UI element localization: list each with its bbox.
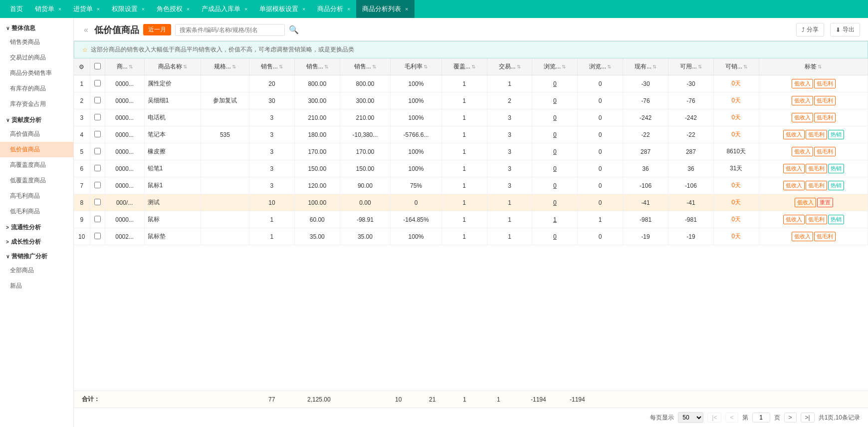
page-input[interactable] [752,413,770,423]
row-checkbox[interactable] [94,114,101,120]
sidebar-item-low-coverage[interactable]: 低覆盖度商品 [0,173,73,188]
cell-view1[interactable]: 0 [532,160,578,177]
cell-check[interactable] [90,160,105,177]
th-s3[interactable]: 销售...⇅ [340,58,391,75]
sidebar-group-liquidity[interactable]: >流通性分析 [0,219,73,234]
cell-view1[interactable]: 0 [532,109,578,126]
cell-check[interactable] [90,211,105,228]
close-icon[interactable]: × [347,6,350,12]
sidebar-group-general[interactable]: ∨整体信息 [0,20,73,34]
row-checkbox[interactable] [94,148,101,154]
row-checkbox[interactable] [94,182,101,188]
sidebar-collapse-btn[interactable]: « [82,25,90,34]
select-all-checkbox[interactable] [94,63,101,69]
prev-page-btn[interactable]: < [725,413,738,423]
search-icon-btn[interactable]: 🔍 [289,25,299,34]
per-page-select[interactable]: 50 100 200 [678,412,703,423]
sidebar-item-traded[interactable]: 交易过的商品 [0,50,73,65]
sidebar-item-in-stock[interactable]: 有库存的商品 [0,81,73,96]
th-view2[interactable]: 浏览...⇅ [578,58,623,75]
close-icon[interactable]: × [58,6,61,12]
cell-check[interactable] [90,143,105,160]
sidebar-item-new-products[interactable]: 新品 [0,278,73,294]
first-page-btn[interactable]: |< [707,413,721,423]
th-settings[interactable]: ⚙ [74,58,90,75]
cell-s1: 3 [249,177,295,194]
cell-view1[interactable]: 0 [532,126,578,143]
close-icon[interactable]: × [302,6,305,12]
last-page-btn[interactable]: >| [801,413,815,423]
th-view1[interactable]: 浏览...⇅ [532,58,578,75]
close-icon[interactable]: × [405,6,408,12]
row-checkbox[interactable] [94,165,101,171]
sidebar-item-category-sales[interactable]: 商品分类销售率 [0,65,73,81]
th-gross[interactable]: 毛利率⇅ [391,58,442,75]
th-checkbox[interactable] [90,58,105,75]
cell-view1[interactable]: 0 [532,143,578,160]
nav-roles[interactable]: 角色授权 × [151,0,196,18]
close-icon[interactable]: × [97,6,100,12]
cell-check[interactable] [90,109,105,126]
cell-check[interactable] [90,194,105,211]
sidebar-item-high-coverage[interactable]: 高覆盖度商品 [0,157,73,173]
row-checkbox[interactable] [94,216,101,222]
cell-view1[interactable]: 0 [532,228,578,245]
th-trade[interactable]: 交易...⇅ [487,58,532,75]
th-spec[interactable]: 规格...⇅ [201,58,249,75]
filter-btn[interactable]: 近一月 [143,24,171,35]
sidebar-group-growth[interactable]: >成长性分析 [0,234,73,248]
sidebar-item-sales-products[interactable]: 销售类商品 [0,34,73,50]
cell-check[interactable] [90,228,105,245]
close-icon[interactable]: × [244,6,247,12]
nav-inventory[interactable]: 产成品入库单 × [196,0,253,18]
nav-purchase[interactable]: 进货单 × [67,0,106,18]
row-checkbox[interactable] [94,131,101,137]
total-pages: 共1页,10条记录 [819,414,860,422]
cell-view1[interactable]: 0 [532,177,578,194]
cell-check[interactable] [90,92,105,109]
th-s1[interactable]: 销售...⇅ [249,58,295,75]
cell-view1[interactable]: 1 [532,211,578,228]
sidebar-item-low-margin[interactable]: 低毛利商品 [0,204,73,219]
export-button[interactable]: ⬇ 导出 [830,23,860,36]
th-name[interactable]: 商品名称⇅ [144,58,201,75]
share-icon: ⤴ [802,26,805,33]
th-avail[interactable]: 可用...⇅ [668,58,713,75]
th-cov[interactable]: 覆盖...⇅ [441,58,487,75]
row-checkbox[interactable] [94,199,101,205]
sidebar-item-capital[interactable]: 库存资金占用 [0,96,73,112]
sidebar-item-all-products[interactable]: 全部商品 [0,263,73,278]
sidebar-item-low-value[interactable]: 低价值商品 [0,142,73,157]
cell-view1[interactable]: 0 [532,75,578,92]
table-wrapper[interactable]: ⚙ 商...⇅ 商品名称⇅ 规格...⇅ 销售...⇅ 销售...⇅ 销售...… [74,58,868,391]
close-icon[interactable]: × [187,6,190,12]
next-page-btn[interactable]: > [784,413,797,423]
cell-view1[interactable]: 0 [532,92,578,109]
th-s2[interactable]: 销售...⇅ [294,58,340,75]
sidebar-group-marketing[interactable]: ∨营销推广分析 [0,248,73,263]
row-checkbox[interactable] [94,80,101,86]
cell-check[interactable] [90,126,105,143]
th-code[interactable]: 商...⇅ [105,58,144,75]
nav-product-list[interactable]: 商品分析列表 × [356,0,414,18]
row-checkbox[interactable] [94,97,101,103]
nav-permissions[interactable]: 权限设置 × [106,0,151,18]
cell-view1[interactable]: 0 [532,194,578,211]
share-button[interactable]: ⤴ 分享 [796,23,824,36]
sidebar-item-high-value[interactable]: 高价值商品 [0,126,73,142]
sidebar-group-contribution[interactable]: ∨贡献度分析 [0,112,73,126]
nav-home[interactable]: 首页 [4,0,29,18]
row-checkbox[interactable] [94,233,101,239]
th-tags[interactable]: 标签⇅ [759,58,868,75]
nav-product-analysis[interactable]: 商品分析 × [311,0,356,18]
nav-sales[interactable]: 销货单 × [29,0,67,18]
sidebar-item-high-margin[interactable]: 高毛利商品 [0,188,73,204]
nav-template[interactable]: 单据模板设置 × [253,0,311,18]
cell-check[interactable] [90,177,105,194]
close-icon[interactable]: × [142,6,145,12]
search-input[interactable] [175,24,285,36]
cell-check[interactable] [90,75,105,92]
th-days[interactable]: 可销...⇅ [713,58,759,75]
cell-trade: 1 [487,228,532,245]
th-stock[interactable]: 现有...⇅ [623,58,668,75]
